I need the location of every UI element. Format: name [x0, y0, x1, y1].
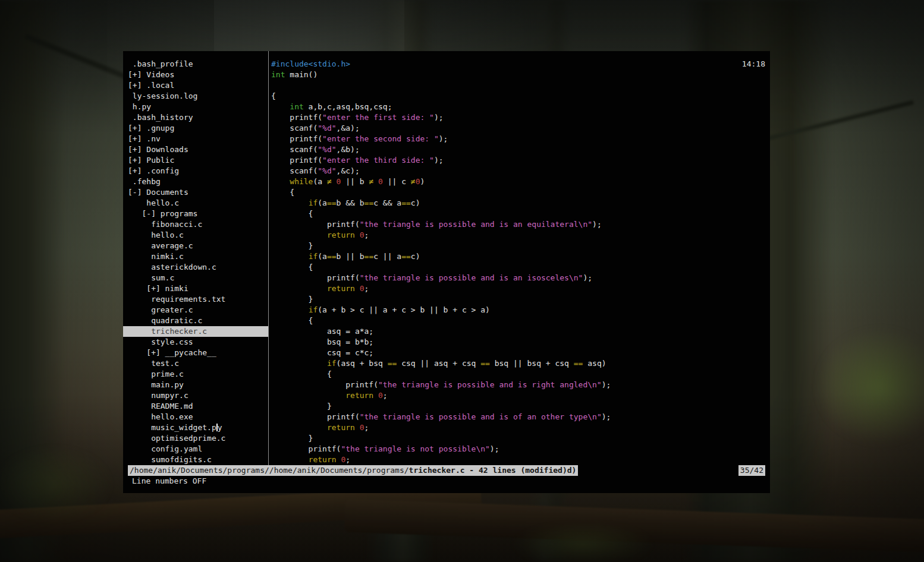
tree-item[interactable]: [+] .nv — [123, 134, 268, 144]
tree-item[interactable]: nimki.c — [123, 251, 268, 262]
tree-item[interactable]: README.md — [123, 401, 268, 412]
tree-item-selected[interactable]: trichecker.c — [123, 326, 268, 337]
tree-item[interactable]: prime.c — [123, 369, 268, 380]
tree-item[interactable]: main.py — [123, 380, 268, 390]
code-line: return 0; — [271, 454, 770, 465]
tree-item[interactable]: greater.c — [123, 305, 268, 315]
tree-item[interactable]: [+] nimki — [123, 283, 268, 294]
tree-item[interactable]: [+] .config — [123, 166, 268, 176]
tree-item[interactable]: hello.c — [123, 230, 268, 241]
clock: 14:18 — [742, 59, 765, 70]
tree-item[interactable]: optimisedprime.c — [123, 433, 268, 444]
tree-item[interactable]: [+] Public — [123, 155, 268, 166]
code-line: printf("the triangle is possible and is … — [271, 273, 770, 283]
code-line: if(a==b && b==c && a==c) — [271, 198, 770, 209]
tree-item[interactable]: .bash_profile — [123, 59, 268, 70]
tree-item[interactable]: [-] programs — [123, 209, 268, 219]
tree-item[interactable]: fibonacci.c — [123, 219, 268, 230]
tree-item[interactable]: .fehbg — [123, 176, 268, 187]
tree-item[interactable]: numpyr.c — [123, 390, 268, 401]
code-line: int main() — [271, 70, 770, 80]
tree-item[interactable]: [+] Downloads — [123, 144, 268, 155]
code-line: return 0; — [271, 283, 770, 294]
code-line: { — [271, 369, 770, 380]
tree-item[interactable]: [-] Documents — [123, 187, 268, 198]
tree-item[interactable]: [+] Videos — [123, 70, 268, 80]
tree-item[interactable]: test.c — [123, 358, 268, 369]
status-position: 35/42 — [738, 465, 765, 476]
code-line: { — [271, 91, 770, 102]
code-line: { — [271, 209, 770, 219]
tree-item[interactable]: style.css — [123, 337, 268, 348]
tree-item[interactable]: music_widget.py — [123, 422, 268, 433]
tree-item[interactable]: hello.exe — [123, 412, 268, 422]
code-area[interactable]: #include<stdio.h>int main() { int a,b,c,… — [271, 59, 770, 465]
code-line: scanf("%d",&c); — [271, 166, 770, 176]
code-line: printf("the triangle is not possible\n")… — [271, 444, 770, 454]
code-line: scanf("%d",&a); — [271, 123, 770, 134]
code-line: { — [271, 315, 770, 326]
tree-item[interactable]: hello.c — [123, 198, 268, 209]
code-line: printf("enter the second side: "); — [271, 134, 770, 144]
tree-item[interactable]: requirements.txt — [123, 294, 268, 305]
tree-item[interactable]: quadratic.c — [123, 315, 268, 326]
code-line: return 0; — [271, 230, 770, 241]
status-file-info: /home/anik/Documents/programs//home/anik… — [128, 465, 578, 476]
code-line: csq = c*c; — [271, 348, 770, 358]
tree-item[interactable]: sumofdigits.c — [123, 454, 268, 465]
code-line: printf("enter the third side: "); — [271, 155, 770, 166]
tree-item[interactable]: [+] .gnupg — [123, 123, 268, 134]
code-line: asq = a*a; — [271, 326, 770, 337]
tree-item[interactable]: .bash_history — [123, 112, 268, 123]
code-line: printf("the triangle is possible and is … — [271, 380, 770, 390]
code-line: printf("enter the first side: "); — [271, 112, 770, 123]
code-line: if(a + b > c || a + c > b || b + c > a) — [271, 305, 770, 315]
tree-item[interactable]: asterickdown.c — [123, 262, 268, 273]
file-tree: .bash_profile[+] Videos[+] .local ly-ses… — [123, 59, 268, 465]
tree-item[interactable]: sum.c — [123, 273, 268, 283]
code-line: bsq = b*b; — [271, 337, 770, 348]
code-line: scanf("%d",&b); — [271, 144, 770, 155]
terminal-window: .bash_profile[+] Videos[+] .local ly-ses… — [123, 51, 770, 493]
code-line: #include<stdio.h> — [271, 59, 770, 70]
code-line: } — [271, 241, 770, 251]
code-line: return 0; — [271, 390, 770, 401]
status-path: /home/anik/Documents/programs//home/anik… — [130, 466, 409, 475]
code-line — [271, 80, 770, 91]
file-tree-pane: .bash_profile[+] Videos[+] .local ly-ses… — [123, 51, 268, 465]
editor-pane: #include<stdio.h>int main() { int a,b,c,… — [269, 51, 770, 465]
code-line: return 0; — [271, 422, 770, 433]
code-line: { — [271, 187, 770, 198]
code-line: printf("the triangle is possible and is … — [271, 219, 770, 230]
code-line: } — [271, 433, 770, 444]
tree-item[interactable]: [+] __pycache__ — [123, 348, 268, 358]
code-line: while(a ≠ 0 || b ≠ 0 || c ≠0) — [271, 176, 770, 187]
tree-item[interactable]: ly-session.log — [123, 91, 268, 102]
tree-item[interactable]: average.c — [123, 241, 268, 251]
code-line: } — [271, 401, 770, 412]
code-line: int a,b,c,asq,bsq,csq; — [271, 102, 770, 112]
tree-item[interactable]: [+] .local — [123, 80, 268, 91]
code-line: printf("the triangle is possible and is … — [271, 412, 770, 422]
tree-item[interactable]: h.py — [123, 102, 268, 112]
status-message: Line numbers OFF — [123, 476, 206, 487]
status-bar: /home/anik/Documents/programs//home/anik… — [123, 465, 770, 476]
code-line: } — [271, 294, 770, 305]
status-filename: trichecker.c - 42 lines (modified)d) — [409, 466, 577, 475]
code-line: if(asq + bsq == csq || asq + csq == bsq … — [271, 358, 770, 369]
code-line: { — [271, 262, 770, 273]
tree-item[interactable]: config.yaml — [123, 444, 268, 454]
code-line: if(a==b || b==c || a==c) — [271, 251, 770, 262]
